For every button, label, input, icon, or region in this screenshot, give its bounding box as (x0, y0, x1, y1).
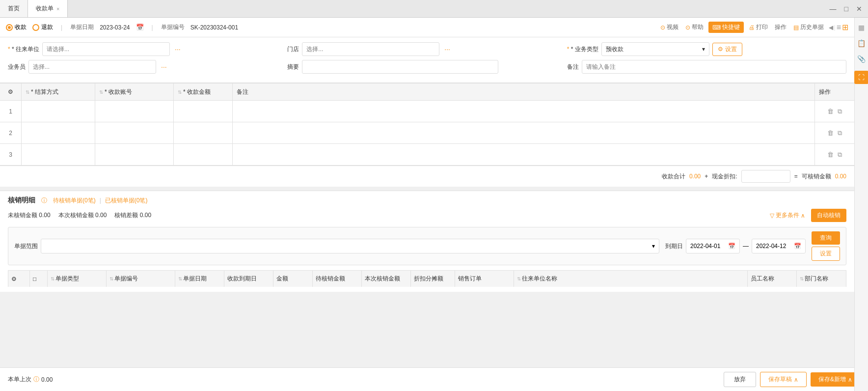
row2-delete-icon[interactable]: 🗑 (827, 129, 834, 137)
row3-account[interactable] (95, 144, 174, 165)
draft-button[interactable]: 保存草稿 ∧ (760, 372, 807, 387)
remark-field: 备注 (567, 60, 846, 74)
table-icon[interactable]: ▦ (856, 22, 867, 33)
pending-tab[interactable]: 待核销单据(0笔) (53, 196, 96, 205)
radio-return[interactable]: 退款 (32, 23, 53, 31)
save-new-button[interactable]: 保存&新增 ∧ (811, 372, 860, 387)
more-conditions-label: 更多条件 (776, 211, 799, 220)
hexiao-title: 核销明细 (8, 196, 35, 205)
uncleared-value: 0.00 (39, 212, 50, 219)
list-icon[interactable]: ≡ (837, 23, 841, 32)
sub-th-this-clear-label: 本次核销金额 (365, 275, 400, 283)
settings-label: 设置 (725, 45, 737, 54)
date-to-input[interactable]: 2022-04-12 📅 (752, 239, 806, 253)
agent-label: 业务员 (8, 63, 26, 71)
row1-payment[interactable] (22, 101, 95, 122)
toolbar-right: ⊙ 视频 ⊙ 帮助 ⌨ 快捷键 🖨 打印 操作 ▤ 历史单据 (658, 22, 848, 33)
discount-input[interactable] (741, 170, 790, 183)
sub-th-gear[interactable]: ⚙ (8, 271, 30, 287)
agent-input[interactable] (28, 60, 156, 74)
row3-payment[interactable] (22, 144, 95, 165)
clip-icon[interactable]: 📎 (855, 53, 868, 65)
tab-close-icon[interactable]: × (56, 6, 59, 12)
diff-stat: 核销差额 0.00 (114, 211, 151, 220)
sub-th-employee: 员工名称 (748, 271, 797, 287)
history-btn[interactable]: ▤ 历史单据 (791, 23, 826, 31)
row2-amount[interactable] (174, 122, 233, 143)
date-from-input[interactable]: 2022-04-01 📅 (686, 239, 740, 253)
row1-remark[interactable] (233, 101, 815, 122)
row2-actions: 🗑 ⧉ (815, 122, 854, 143)
sub-th-pending-clear: 待核销金额 (313, 271, 362, 287)
row2-copy-icon[interactable]: ⧉ (838, 129, 842, 137)
calendar-icon[interactable]: 📅 (136, 24, 144, 31)
history-icon: ▤ (793, 24, 799, 31)
auto-clear-button[interactable]: 自动核销 (811, 209, 846, 222)
store-more-icon[interactable]: ··· (444, 45, 450, 53)
row1-amount[interactable] (174, 101, 233, 122)
nav-arrows[interactable]: ◀ | ≡ ⊞ (829, 23, 848, 32)
partner-field: * 往来单位 ··· (8, 42, 287, 56)
minimize-button[interactable]: — (828, 5, 839, 13)
toolbar: 收款 退款 | 单据日期 2023-03-24 📅 | 单据编号 SK-2023… (0, 18, 854, 37)
radio-receive[interactable]: 收款 (6, 23, 27, 31)
row3-amount[interactable] (174, 144, 233, 165)
query-button[interactable]: 查询 (812, 231, 840, 245)
store-input[interactable] (302, 42, 439, 56)
close-button[interactable]: ✕ (854, 5, 864, 13)
grid-icon[interactable]: ⊞ (842, 23, 848, 32)
help-btn[interactable]: ⊙ 帮助 (683, 23, 705, 31)
tab-home[interactable]: 首页 (0, 0, 28, 17)
tab-active[interactable]: 收款单 × (28, 0, 68, 17)
shortcut-label: 快捷键 (722, 23, 740, 31)
chevron-up-icon: ∧ (801, 212, 805, 219)
th-remark-label: 备注 (237, 88, 248, 96)
partner-more-icon[interactable]: ··· (175, 45, 181, 53)
summary-field: 摘要 (287, 60, 567, 74)
number-label: 单据编号 (161, 23, 185, 31)
date-label: 单据日期 (70, 23, 94, 31)
biz-type-select[interactable]: 预收款 ▾ (601, 42, 709, 56)
row3-delete-icon[interactable]: 🗑 (827, 151, 834, 158)
settings-button[interactable]: ⚙ 设置 (712, 43, 742, 56)
video-btn[interactable]: ⊙ 视频 (658, 23, 680, 31)
operation-btn[interactable]: 操作 (773, 23, 788, 31)
info-icon[interactable]: ⓘ (33, 375, 39, 384)
discard-button[interactable]: 放弃 (724, 372, 756, 387)
th-amount-label: * 收款金额 (183, 88, 211, 96)
th-gear[interactable]: ⚙ (0, 84, 22, 100)
th-action: 操作 (815, 84, 854, 100)
filter-settings-button[interactable]: 设置 (812, 247, 840, 261)
row2-account[interactable] (95, 122, 174, 143)
date-from-value: 2022-04-01 (690, 243, 720, 250)
row3-num: 3 (9, 151, 12, 158)
document-icon[interactable]: 📋 (855, 37, 868, 49)
th-action-label: 操作 (819, 88, 831, 96)
summary-input[interactable] (302, 60, 498, 74)
range-select[interactable]: ▾ (41, 239, 659, 253)
hexiao-tabs: 待核销单据(0笔) | 已核销单据(0笔) (53, 196, 147, 205)
print-btn[interactable]: 🖨 打印 (747, 23, 770, 31)
row1-copy-icon[interactable]: ⧉ (838, 108, 842, 115)
sub-th-employee-label: 员工名称 (751, 275, 774, 283)
equals-sign: = (794, 173, 798, 180)
row2-remark[interactable] (233, 122, 815, 143)
sub-th-check[interactable]: □ (30, 271, 48, 287)
sub-th-due-date: 收款到期日 (224, 271, 273, 287)
partner-input[interactable] (42, 42, 170, 56)
agent-more-icon[interactable]: ··· (161, 63, 167, 71)
sub-th-doc-num-label: 单据编号 (114, 275, 138, 283)
row1-account[interactable] (95, 101, 174, 122)
more-conditions-btn[interactable]: ▽ 更多条件 ∧ (770, 211, 805, 220)
row3-remark[interactable] (233, 144, 815, 165)
prev-arrow[interactable]: ◀ (829, 24, 833, 31)
shortcut-btn[interactable]: ⌨ 快捷键 (708, 22, 744, 33)
maximize-button[interactable]: □ (842, 5, 850, 13)
row3-copy-icon[interactable]: ⧉ (838, 151, 842, 159)
sub-th-this-clear: 本次核销金额 (362, 271, 411, 287)
remark-input[interactable] (582, 60, 846, 74)
row2-payment[interactable] (22, 122, 95, 143)
camera-icon[interactable]: ⛶ (854, 71, 868, 84)
row1-delete-icon[interactable]: 🗑 (827, 108, 834, 115)
done-tab[interactable]: 已核销单据(0笔) (105, 196, 148, 205)
